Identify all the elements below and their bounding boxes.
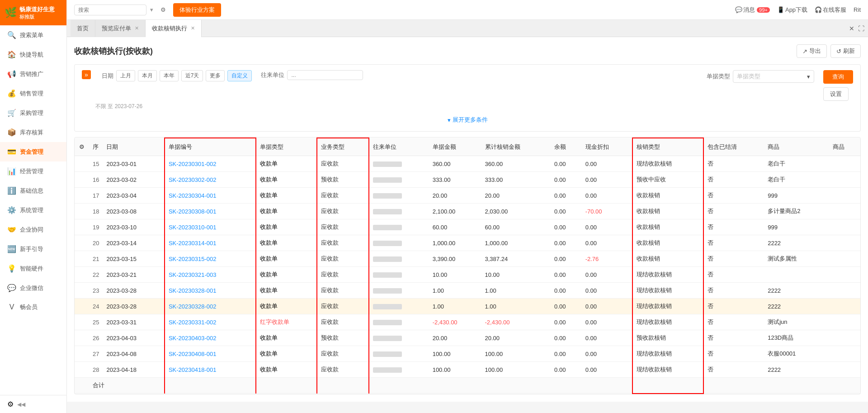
date-7days-btn[interactable]: 近7天 xyxy=(181,70,203,81)
sidebar-label-wechat: 企业微信 xyxy=(20,284,43,292)
row-settings xyxy=(75,172,89,188)
doc-no-link[interactable]: SK-20230328-001 xyxy=(169,287,217,294)
doc-no-link[interactable]: SK-20230321-003 xyxy=(169,271,217,278)
row-num: 18 xyxy=(89,204,103,219)
doc-no-link[interactable]: SK-20230308-001 xyxy=(169,208,217,215)
row-product2 xyxy=(829,219,860,235)
date-more-btn[interactable]: 更多 xyxy=(206,70,225,81)
tab-home[interactable]: 首页 xyxy=(71,20,95,37)
table-row: 21 2023-03-15 SK-20230315-002 收款单 应收款 3,… xyxy=(75,251,860,267)
row-biz-type: 应收款 xyxy=(317,267,368,283)
row-writeoff-type: 收款核销 xyxy=(632,219,703,235)
expand-more-btn[interactable]: ▾ 展开更多条件 xyxy=(448,116,488,124)
table-row: 17 2023-03-04 SK-20230304-001 收款单 应收款 20… xyxy=(75,188,860,204)
doc-no-link[interactable]: SK-20230328-002 xyxy=(169,303,217,310)
row-product: 2222 xyxy=(764,299,829,314)
sidebar-item-inventory[interactable]: 📦库存核算 xyxy=(0,123,66,142)
footer-label: 合计 xyxy=(89,378,165,394)
doc-no-link[interactable]: SK-20230315-002 xyxy=(169,256,217,262)
query-button[interactable]: 查询 xyxy=(823,70,853,84)
filter-expand-toggle[interactable]: » xyxy=(82,70,91,79)
partner-input-wrap[interactable] xyxy=(287,70,363,80)
gear-icon[interactable]: ⚙ xyxy=(157,4,170,16)
doc-no-link[interactable]: SK-20230314-001 xyxy=(169,240,217,247)
th-doc-amount: 单据金额 xyxy=(429,138,481,156)
row-writeoff-type: 收款核销 xyxy=(632,235,703,251)
doc-type-select[interactable]: 单据类型 ▾ xyxy=(733,70,814,83)
row-writeoff-amount: 60.00 xyxy=(481,219,551,235)
solution-button[interactable]: 体验行业方案 xyxy=(173,3,221,17)
row-balance: 0.00 xyxy=(551,314,582,330)
date-prev-month-btn[interactable]: 上月 xyxy=(116,70,135,81)
doc-no-link[interactable]: SK-20230331-002 xyxy=(169,319,217,326)
doc-no-link[interactable]: SK-20230310-001 xyxy=(169,224,217,231)
doc-no-link[interactable]: SK-20230304-001 xyxy=(169,192,217,199)
messages-section[interactable]: 💬 消息 99+ xyxy=(735,6,770,14)
table-row: 22 2023-03-21 SK-20230321-003 收款单 应收款 10… xyxy=(75,267,860,283)
sidebar-item-wechat[interactable]: 💬企业微信 xyxy=(0,278,66,298)
tab-writeoff-close[interactable]: ✕ xyxy=(191,25,195,31)
sidebar-item-search[interactable]: 🔍搜索菜单 xyxy=(0,25,66,45)
row-settings xyxy=(75,235,89,251)
close-tab-btn[interactable]: ✕ xyxy=(849,25,854,32)
row-cash-discount: 0.00 xyxy=(582,346,633,362)
date-cur-month-btn[interactable]: 本月 xyxy=(138,70,157,81)
table-row: 15 2023-03-01 SK-20230301-002 收款单 应收款 36… xyxy=(75,156,860,172)
search-input[interactable] xyxy=(74,5,146,15)
sidebar-label-purchase: 采购管理 xyxy=(20,109,43,117)
export-button[interactable]: ↗ 导出 xyxy=(797,44,827,58)
user-name[interactable]: Rit xyxy=(854,6,861,13)
row-num: 28 xyxy=(89,362,103,378)
sidebar-item-corp[interactable]: 🤝企业协同 xyxy=(0,220,66,239)
refresh-button[interactable]: ↺ 刷新 xyxy=(830,44,861,58)
row-doc-amount: 100.00 xyxy=(429,362,481,378)
row-doc-no: SK-20230302-002 xyxy=(165,172,256,188)
tabbar-actions: ✕ ⛶ xyxy=(849,25,864,32)
collapse-icon[interactable]: ◀◀ xyxy=(17,401,25,408)
doc-no-link[interactable]: SK-20230403-002 xyxy=(169,335,217,342)
doc-no-link[interactable]: SK-20230302-002 xyxy=(169,176,217,183)
row-product: 2222 xyxy=(764,362,829,378)
sidebar-item-hardware[interactable]: 💡智能硬件 xyxy=(0,259,66,278)
setting-button[interactable]: 设置 xyxy=(823,87,849,101)
doc-no-link[interactable]: SK-20230301-002 xyxy=(169,161,217,167)
row-settings xyxy=(75,346,89,362)
doc-no-link[interactable]: SK-20230408-001 xyxy=(169,351,217,357)
online-support[interactable]: 🎧 在线客服 xyxy=(815,6,846,14)
sidebar-item-sales[interactable]: 💰销售管理 xyxy=(0,84,66,103)
sidebar-item-purchase[interactable]: 🛒采购管理 xyxy=(0,103,66,123)
sidebar-item-marketing[interactable]: 📢营销推广 xyxy=(0,64,66,84)
doc-type-placeholder: 单据类型 xyxy=(737,72,760,81)
dropdown-icon[interactable]: ▾ xyxy=(150,6,153,13)
tab-pending-close[interactable]: ✕ xyxy=(135,25,139,31)
sidebar-item-finance[interactable]: 💳资金管理 xyxy=(0,142,66,161)
row-settings xyxy=(75,314,89,330)
row-writeoff-amount: 1,000.00 xyxy=(481,235,551,251)
sidebar-item-basic[interactable]: ℹ️基础信息 xyxy=(0,181,66,200)
tab-pending[interactable]: 预览应付单 ✕ xyxy=(95,20,146,37)
settings-icon[interactable]: ⚙ xyxy=(7,400,14,408)
th-product: 商品 xyxy=(764,138,829,156)
th-doc-type: 单据类型 xyxy=(256,138,317,156)
sidebar-item-guide[interactable]: 🆕新手引导 xyxy=(0,239,66,259)
page-title: 收款核销执行(按收款) xyxy=(74,46,153,57)
sidebar-item-member[interactable]: V畅会员 xyxy=(0,298,66,317)
row-include-settled: 否 xyxy=(703,299,764,314)
date-cur-year-btn[interactable]: 本年 xyxy=(160,70,179,81)
sidebar-item-system[interactable]: ⚙️系统管理 xyxy=(0,200,66,220)
row-doc-type: 收款单 xyxy=(256,188,317,204)
partner-input[interactable] xyxy=(291,72,359,78)
tab-writeoff[interactable]: 收款核销执行 ✕ xyxy=(146,20,202,37)
app-download[interactable]: 📱 App下载 xyxy=(777,6,807,14)
sidebar-item-quicknav[interactable]: 🏠快捷导航 xyxy=(0,45,66,64)
sidebar-item-operations[interactable]: 📊经营管理 xyxy=(0,161,66,181)
fullscreen-btn[interactable]: ⛶ xyxy=(858,25,864,32)
row-biz-type: 应收款 xyxy=(317,314,368,330)
th-settings[interactable]: ⚙ xyxy=(75,138,89,156)
date-custom-btn[interactable]: 自定义 xyxy=(227,70,252,81)
row-doc-amount: -2,430.00 xyxy=(429,314,481,330)
date-hint-row: 不限 至 2023-07-26 xyxy=(82,103,853,110)
row-cash-discount: 0.00 xyxy=(582,362,633,378)
row-num: 21 xyxy=(89,251,103,267)
doc-no-link[interactable]: SK-20230418-001 xyxy=(169,366,217,373)
